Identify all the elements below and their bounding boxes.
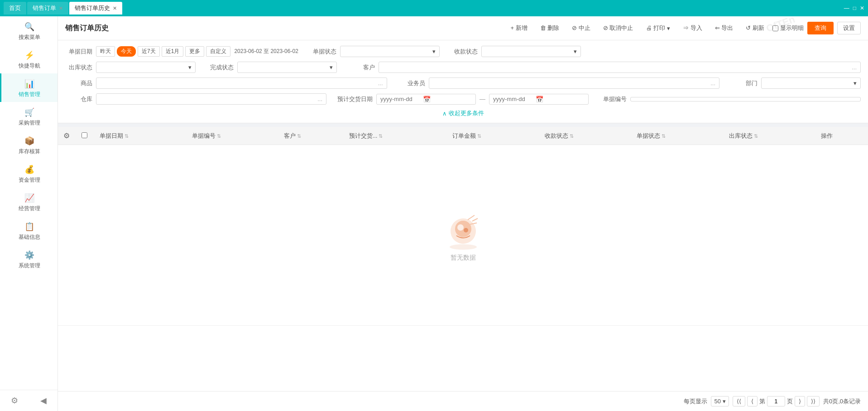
expected-date-from[interactable] [380,96,421,102]
department-arrow: ▾ [854,80,857,87]
department-select[interactable]: ▾ [761,77,861,89]
outbound-arrow: ▾ [188,64,192,71]
print-button[interactable]: 🖨 打印 ▾ [642,22,675,34]
page-input[interactable] [767,396,785,406]
new-button[interactable]: + 新增 [506,22,532,34]
sidebar-item-quick-nav[interactable]: ⚡ 快捷导航 [0,45,58,73]
goods-input[interactable]: ... [96,77,387,89]
print-dropdown-icon[interactable]: ▾ [667,25,670,32]
next-page-btn[interactable]: ⟩ [795,396,805,406]
prev-page-btn[interactable]: ⟨ [747,396,758,406]
complete-select[interactable]: ▾ [237,62,337,73]
window-controls: — □ ✕ [844,5,864,11]
svg-point-0 [450,244,477,250]
import-button[interactable]: ⇒ 导入 [678,22,707,34]
sidebar-item-search-menu[interactable]: 🔍 搜索菜单 [0,16,58,45]
customer-input[interactable]: ... [379,62,861,73]
table-body: 暂无数据 [58,145,868,326]
outbound-select[interactable]: ▾ [96,62,196,73]
goods-dots[interactable]: ... [378,80,383,87]
col-expected-date-header[interactable]: 预计交货... [344,127,447,145]
tab-home[interactable]: 首页 [4,2,26,15]
col-receipt-status-header[interactable]: 收款状态 [539,127,632,145]
date-tag-today[interactable]: 今天 [117,46,136,57]
salesperson-input[interactable]: ... [429,77,720,89]
date-tag-more[interactable]: 更多 [185,46,204,57]
sidebar-collapse-icon[interactable]: ◀ [40,396,47,406]
pagination-bar: 每页显示 50 ▾ ⟨⟨ ⟨ 第 页 ⟩ ⟩⟩ 共0页,0条记录 [58,391,868,411]
tab-sales-order-history[interactable]: 销售订单历史 ✕ [69,2,122,15]
customer-dots[interactable]: ... [852,64,857,71]
delete-button[interactable]: 🗑 删除 [536,22,564,34]
last-page-btn[interactable]: ⟩⟩ [807,396,820,406]
order-no-input[interactable] [630,97,861,102]
filter-row-4: 仓库 ... 预计交货日期 📅 — 📅 单据编号 [65,93,861,105]
date-tag-custom[interactable]: 自定义 [206,46,230,57]
query-button[interactable]: 查询 [807,22,834,34]
expected-date-label: 预计交货日期 [337,95,373,103]
sidebar-item-capital-mgmt-label: 资金管理 [19,176,40,184]
sidebar-item-basic-info[interactable]: 📋 基础信息 [0,216,58,245]
top-bar: 首页 销售订单 ✕ 销售订单历史 ✕ — □ ✕ [0,0,868,16]
calendar-to-icon[interactable]: 📅 [536,96,543,103]
stop-button[interactable]: ⊘ 中止 [567,22,595,34]
delete-button-label: 🗑 删除 [540,24,560,32]
content-area: 销售订单历史 + 新增 🗑 删除 ⊘ 中止 ⊘ 取消中止 🖨 打印 ▾ [58,16,868,411]
collapse-up-icon: ∧ [442,110,447,117]
col-no-header[interactable]: 单据编号 [187,127,279,145]
svg-point-3 [457,224,464,231]
warehouse-dots[interactable]: ... [317,96,322,102]
sidebar-item-sales-mgmt-label: 销售管理 [19,91,40,98]
collapse-button[interactable]: ∧ 收起更多条件 [442,109,484,117]
cancel-stop-button-label: ⊘ 取消中止 [603,24,633,32]
salesperson-dots[interactable]: ... [710,80,715,87]
tab-sales-order-close[interactable]: ✕ [59,5,63,11]
sidebar-settings-icon[interactable]: ⚙ [11,396,18,406]
export-button[interactable]: ⇐ 导出 [710,22,738,34]
sidebar-item-operations-mgmt[interactable]: 📈 经营管理 [0,188,58,216]
date-tag-1month[interactable]: 近1月 [162,46,184,57]
sidebar-item-search-menu-label: 搜索菜单 [19,34,40,41]
sidebar-item-system-mgmt[interactable]: ⚙️ 系统管理 [0,245,58,273]
minimize-btn[interactable]: — [844,5,849,11]
receipt-status-select[interactable]: ▾ [481,46,581,57]
salesperson-label: 业务员 [398,79,425,87]
close-window-btn[interactable]: ✕ [860,5,864,11]
first-page-btn[interactable]: ⟨⟨ [733,396,745,406]
cancel-stop-button[interactable]: ⊘ 取消中止 [599,22,638,34]
sidebar-item-sales-mgmt[interactable]: 📊 销售管理 [0,73,58,102]
display-detail-checkbox[interactable] [772,25,778,31]
tab-sales-order-history-close[interactable]: ✕ [113,5,117,11]
col-customer-header[interactable]: 客户 [278,127,343,145]
receipt-status-arrow: ▾ [574,48,577,55]
warehouse-input[interactable]: ... [96,93,326,105]
status-select[interactable]: ▾ [340,46,440,57]
department-label: 部门 [730,79,758,87]
sidebar-item-capital-mgmt[interactable]: 💰 资金管理 [0,159,58,188]
col-bill-status-header[interactable]: 单据状态 [631,127,724,145]
query-button-label: 查询 [815,24,826,31]
col-date-header[interactable]: 单据日期 [94,127,187,145]
settings-button[interactable]: 设置 [837,22,861,34]
col-outbound-status-header[interactable]: 出库状态 [724,127,816,145]
expected-date-to[interactable] [493,96,534,102]
table-settings-icon[interactable]: ⚙ [63,132,70,140]
stop-button-label: ⊘ 中止 [572,24,590,32]
main-layout: 🔍 搜索菜单 ⚡ 快捷导航 📊 销售管理 🛒 采购管理 📦 库存核算 💰 资金管… [0,16,868,411]
calendar-from-icon[interactable]: 📅 [423,96,431,103]
tab-sales-order[interactable]: 销售订单 ✕ [27,2,68,15]
refresh-button[interactable]: ↺ 刷新 [741,22,769,34]
page-size-text: 每页显示 [684,397,707,406]
col-checkbox-header [76,127,94,145]
sidebar-item-inventory[interactable]: 📦 库存核算 [0,131,58,159]
select-all-checkbox[interactable] [82,132,87,138]
empty-state: 暂无数据 [58,172,868,298]
sidebar-item-purchase-mgmt[interactable]: 🛒 采购管理 [0,102,58,131]
date-tag-7days[interactable]: 近7天 [138,46,160,57]
date-tag-yesterday[interactable]: 昨天 [96,46,115,57]
col-amount-header[interactable]: 订单金额 [447,127,539,145]
page-header: 销售订单历史 + 新增 🗑 删除 ⊘ 中止 ⊘ 取消中止 🖨 打印 ▾ [58,16,868,40]
maximize-btn[interactable]: □ [853,5,856,11]
page-size-select[interactable]: 50 ▾ [711,396,729,406]
display-detail-label: 显示明细 [780,24,804,32]
